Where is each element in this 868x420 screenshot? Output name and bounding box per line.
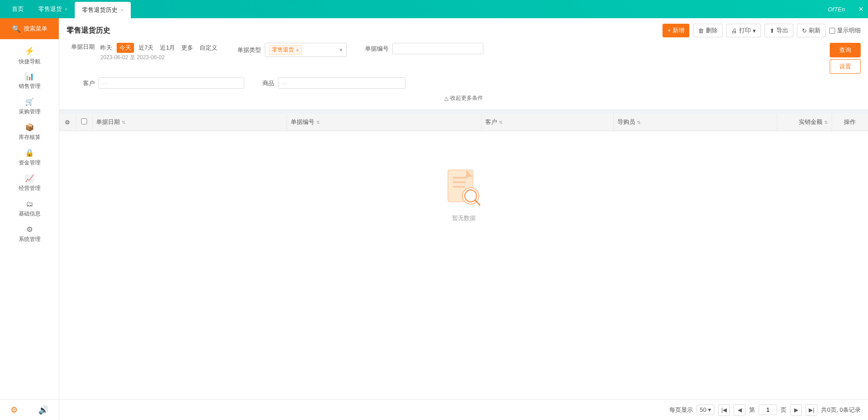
tab-retail-return[interactable]: 零售退货 × (31, 0, 75, 18)
print-arrow-icon: ▾ (753, 27, 756, 34)
inventory-icon: 📦 (25, 123, 34, 132)
new-button[interactable]: + 新增 (663, 24, 689, 37)
refresh-button[interactable]: ↻ 刷新 (797, 24, 826, 37)
query-button[interactable]: 查询 (830, 43, 861, 57)
table-col-customer[interactable]: 客户 ⇅ (481, 113, 613, 131)
empty-icon (441, 168, 487, 209)
first-page-button[interactable]: |◀ (718, 404, 730, 416)
next-page-button[interactable]: ▶ (790, 404, 802, 416)
page-title: 零售退货历史 (67, 26, 110, 36)
page-label: 第 (749, 406, 755, 414)
date-option-7days[interactable]: 近7天 (137, 43, 155, 53)
empty-state: 暂无数据 (59, 131, 868, 259)
system-icon: ⚙ (26, 225, 33, 234)
sidebar-item-finance-label: 资金管理 (19, 159, 41, 167)
tab-retail-return-history-close[interactable]: × (120, 7, 123, 13)
customer-sort[interactable]: 客户 ⇅ (485, 118, 610, 126)
product-filter-group: 商品 ··· (262, 77, 406, 89)
date-option-custom[interactable]: 自定义 (198, 43, 219, 53)
number-sort-icon: ⇅ (316, 120, 320, 125)
svg-rect-3 (452, 186, 465, 188)
sidebar-item-operations[interactable]: 📈 经营管理 (0, 170, 59, 196)
date-option-yesterday[interactable]: 昨天 (98, 43, 114, 53)
data-table: ⚙ 单据日期 ⇅ (59, 113, 868, 131)
sidebar-search-button[interactable]: 🔍 搜索菜单 (0, 18, 59, 39)
table-container: ⚙ 单据日期 ⇅ (59, 113, 868, 399)
topbar-right: OfTEn (828, 6, 854, 13)
sidebar-item-sales[interactable]: 📊 销售管理 (0, 68, 59, 94)
delete-button[interactable]: 🗑 删除 (693, 24, 723, 37)
sidebar-item-operations-label: 经营管理 (19, 184, 41, 192)
amount-sort-icon: ⇅ (824, 120, 828, 125)
sidebar-item-inventory[interactable]: 📦 库存核算 (0, 119, 59, 145)
action-col-label: 操作 (844, 118, 856, 125)
purchase-icon: 🛒 (25, 97, 34, 106)
print-icon: 🖨 (731, 27, 737, 34)
sidebar-item-finance[interactable]: 🔒 资金管理 (0, 145, 59, 170)
number-filter-input[interactable] (392, 43, 483, 54)
print-label: 打印 (739, 26, 751, 35)
sidebar-item-quick-nav[interactable]: ⚡ 快捷导航 (0, 43, 59, 68)
table-settings-icon[interactable]: ⚙ (65, 119, 70, 126)
export-button[interactable]: ⬆ 导出 (765, 24, 793, 37)
sidebar-item-purchase-label: 采购管理 (19, 108, 41, 116)
sidebar-item-system-label: 系统管理 (19, 236, 41, 243)
prev-page-button[interactable]: ◀ (734, 404, 745, 416)
page-size-arrow: ▾ (708, 406, 711, 413)
last-page-button[interactable]: ▶| (806, 404, 817, 416)
date-option-more[interactable]: 更多 (180, 43, 195, 53)
guide-col-label: 导购员 (617, 118, 635, 126)
number-filter-label: 单据编号 (365, 45, 389, 53)
often-badge: OfTEn (828, 6, 845, 13)
delete-icon: 🗑 (698, 27, 704, 34)
sidebar-item-basic-info[interactable]: 🗂 基础信息 (0, 196, 59, 221)
table-col-date[interactable]: 单据日期 ⇅ (92, 113, 287, 131)
collapse-label: 收起更多条件 (450, 94, 483, 102)
show-detail-checkbox-label[interactable]: 显示明细 (829, 26, 861, 35)
empty-illustration (441, 168, 487, 209)
sidebar-item-purchase[interactable]: 🛒 采购管理 (0, 94, 59, 119)
table-col-amount[interactable]: 实销金额 ⇅ (777, 113, 832, 131)
collapse-bar[interactable]: △ 收起更多条件 (67, 92, 861, 106)
type-filter-tag-label: 零售退货 (272, 46, 294, 54)
window-close-button[interactable]: × (854, 5, 868, 14)
date-option-1month[interactable]: 近1月 (158, 43, 177, 53)
tab-home[interactable]: 首页 (5, 0, 31, 18)
tab-retail-return-close[interactable]: × (65, 6, 67, 12)
date-option-today[interactable]: 今天 (117, 43, 134, 53)
sidebar-sound-icon[interactable]: 🔊 (38, 405, 48, 415)
settings-button[interactable]: 设置 (830, 59, 861, 74)
sidebar-menu: ⚡ 快捷导航 📊 销售管理 🛒 采购管理 📦 库存核算 🔒 资金管理 📈 (0, 39, 59, 399)
page-size-select[interactable]: 50 ▾ (697, 405, 714, 415)
table-col-guide[interactable]: 导购员 ⇅ (613, 113, 777, 131)
date-sort[interactable]: 单据日期 ⇅ (96, 118, 283, 126)
date-filter-group: 昨天 今天 近7天 近1月 更多 自定义 2023-06-02 至 2023-0… (98, 43, 219, 61)
guide-sort[interactable]: 导购员 ⇅ (617, 118, 773, 126)
date-range-text: 2023-06-02 至 2023-06-02 (100, 54, 219, 61)
product-filter-input[interactable]: ··· (278, 77, 406, 89)
page-title-row: 零售退货历史 + 新增 🗑 删除 🖨 打印 ▾ ⬆ 导出 (67, 24, 861, 37)
search-icon: 🔍 (12, 25, 21, 33)
customer-filter-input[interactable]: ··· (98, 77, 244, 89)
table-col-settings[interactable]: ⚙ (59, 113, 76, 131)
date-options-group: 昨天 今天 近7天 近1月 更多 自定义 (98, 43, 219, 53)
table-col-checkbox[interactable] (76, 113, 92, 131)
show-detail-checkbox[interactable] (829, 28, 835, 34)
table-select-all-checkbox[interactable] (81, 118, 87, 124)
svg-rect-2 (452, 181, 466, 183)
customer-sort-icon: ⇅ (499, 120, 503, 125)
amount-sort[interactable]: 实销金额 ⇅ (781, 118, 828, 126)
page-number-input[interactable] (759, 405, 777, 415)
customer-col-label: 客户 (485, 118, 497, 126)
tab-retail-return-history[interactable]: 零售退货历史 × (75, 2, 130, 18)
sidebar-settings-icon[interactable]: ⚙ (10, 405, 18, 415)
print-button[interactable]: 🖨 打印 ▾ (726, 24, 761, 37)
export-icon: ⬆ (770, 27, 775, 34)
table-col-number[interactable]: 单据编号 ⇅ (287, 113, 481, 131)
type-filter-group: 单据类型 零售退货 × ▾ (237, 43, 347, 57)
type-filter-tag-close[interactable]: × (296, 47, 298, 53)
type-filter-select[interactable]: 零售退货 × ▾ (265, 43, 347, 57)
number-sort[interactable]: 单据编号 ⇅ (291, 118, 478, 126)
sidebar-item-system[interactable]: ⚙ 系统管理 (0, 221, 59, 247)
finance-icon: 🔒 (25, 149, 34, 157)
